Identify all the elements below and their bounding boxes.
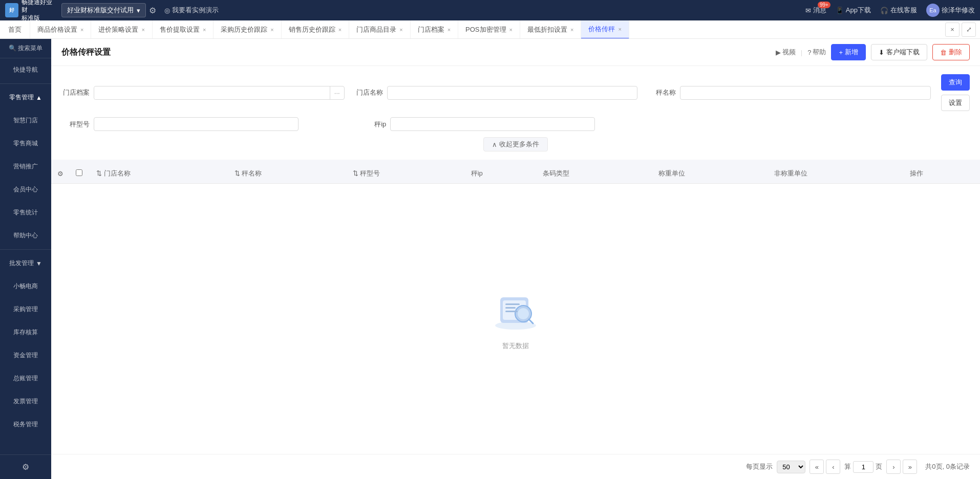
logo-area: 好 畅捷通好业财 标准版 [5,0,56,22]
store-archive-dots-button[interactable]: ··· [330,86,344,99]
sidebar-item-label: 零售管理 [9,93,34,102]
sidebar-item-finance[interactable]: 资金管理 [0,344,51,367]
store-archive-input[interactable] [94,86,330,99]
tab-price-extract[interactable]: 售价提取设置 × [153,20,214,39]
filter-scale-model: 秤型号 [61,117,348,131]
sidebar-item-help[interactable]: 帮助中心 [0,224,51,247]
add-button[interactable]: + 新增 [831,44,866,60]
delete-button[interactable]: 🗑 删除 [932,44,970,60]
col-label: 秤ip [471,169,483,177]
tab-home[interactable]: 首页 [0,20,30,39]
logo-text: 畅捷通好业财 标准版 [22,0,56,22]
tab-store-archive[interactable]: 门店档案 × [411,20,458,39]
topbar-settings-button[interactable]: ⚙ [149,6,156,15]
close-icon[interactable]: × [80,27,83,33]
sidebar-item-wholesale[interactable]: 批发管理 ▼ [0,252,51,275]
avatar-text: Ea [929,7,936,13]
demo-link[interactable]: ◎ 我要看实例演示 [164,6,219,15]
scale-ip-input[interactable] [390,117,595,131]
page-size-select[interactable]: 50 20 100 [777,461,805,473]
tab-price-scale[interactable]: 价格传秤 × [581,20,629,39]
close-icon[interactable]: × [448,27,451,33]
close-icon[interactable]: × [203,27,206,33]
tab-purchase-history[interactable]: 采购历史价跟踪 × [214,20,281,39]
scale-name-input[interactable] [680,86,931,100]
add-label: 新增 [845,48,858,57]
sidebar-item-quick-nav[interactable]: 快捷导航 [0,58,51,81]
page-number-input[interactable] [853,461,874,473]
version-selector[interactable]: 好业财标准版交付试用 ▾ [61,3,146,17]
sidebar-item-retail[interactable]: 零售管理 ▲ [0,86,51,109]
help-icon: ? [807,49,811,56]
sidebar-item-purchase[interactable]: 采购管理 [0,298,51,321]
message-button[interactable]: ✉ 消息 99+ [805,6,826,15]
data-table: ⚙ ⇅ 门店名称 ⇅ 秤名称 [51,164,980,184]
filter-area: 门店档案 ··· 门店名称 秤名称 [51,66,980,160]
last-page-button[interactable]: » [903,460,917,474]
app-download-icon: 📱 [836,7,844,14]
tab-store-catalog[interactable]: 门店商品目录 × [349,20,410,39]
svg-rect-6 [505,303,520,305]
col-scale-name: ⇅ 秤名称 [228,164,347,184]
sidebar-item-inventory[interactable]: 库存核算 [0,321,51,344]
close-icon[interactable]: × [141,27,144,33]
collapse-filter-button[interactable]: ∧ 收起更多条件 [483,137,548,151]
sidebar-item-smart-store[interactable]: 智慧门店 [0,109,51,132]
close-icon[interactable]: × [618,26,621,32]
col-scale-ip: 秤ip [465,164,537,184]
tab-label: POS加密管理 [465,25,506,34]
online-service-button[interactable]: 🎧 在线客服 [880,6,917,15]
sidebar-item-marketing[interactable]: 营销推广 [0,155,51,178]
sidebar-item-ecommerce[interactable]: 小畅电商 [0,275,51,298]
settings-filter-button[interactable]: 设置 [941,95,970,111]
sidebar-item-label: 采购管理 [13,306,38,313]
table-settings-icon[interactable]: ⚙ [57,170,63,178]
help-link[interactable]: ? 帮助 [807,48,826,57]
tab-pos-encrypt[interactable]: POS加密管理 × [458,20,520,39]
tab-label: 商品价格设置 [37,25,77,34]
sidebar-item-member[interactable]: 会员中心 [0,178,51,201]
download-button[interactable]: ⬇ 客户端下载 [871,44,927,60]
sidebar-settings-button[interactable]: ⚙ [0,454,51,479]
tab-label: 采购历史价跟踪 [221,25,267,34]
next-page-button[interactable]: › [886,460,901,474]
delete-icon: 🗑 [940,49,947,56]
scale-model-input[interactable] [94,117,299,131]
message-icon: ✉ [805,7,811,14]
empty-illustration [490,287,541,333]
close-icon[interactable]: × [570,27,573,33]
select-all-checkbox[interactable] [76,169,82,176]
store-archive-label: 门店档案 [61,88,90,97]
close-icon[interactable]: × [270,27,273,33]
sidebar-item-invoice[interactable]: 发票管理 [0,390,51,413]
close-icon[interactable]: × [399,27,402,33]
prev-page-button[interactable]: ‹ [826,460,840,474]
demo-text: 我要看实例演示 [172,6,219,15]
sidebar-divider [0,83,51,84]
query-label: 查询 [949,78,962,87]
app-name: 畅捷通好业财 [22,0,56,14]
tab-close-button[interactable]: × [945,23,960,37]
tab-purchase-strategy[interactable]: 进价策略设置 × [91,20,152,39]
tab-min-discount[interactable]: 最低折扣设置 × [520,20,581,39]
user-menu[interactable]: Ea 徐泽华修改 [926,4,975,17]
app-download-button[interactable]: 📱 App下载 [836,6,871,15]
sidebar-item-retail-mall[interactable]: 零售商城 [0,132,51,155]
store-name-input[interactable] [387,86,638,100]
first-page-button[interactable]: « [809,460,824,474]
empty-text: 暂无数据 [502,341,529,351]
sidebar-item-general-ledger[interactable]: 总账管理 [0,367,51,390]
video-link[interactable]: ▶ 视频 [776,48,796,57]
tab-product-price[interactable]: 商品价格设置 × [30,20,91,39]
tab-sales-history[interactable]: 销售历史价跟踪 × [282,20,349,39]
close-icon[interactable]: × [338,27,342,33]
page-title: 价格传秤设置 [61,47,111,58]
close-icon[interactable]: × [509,27,513,33]
tab-maximize-button[interactable]: ⤢ [962,23,976,37]
sidebar-item-retail-stats[interactable]: 零售统计 [0,201,51,224]
table-area: ⚙ ⇅ 门店名称 ⇅ 秤名称 [51,164,980,454]
filter-store-archive: 门店档案 ··· [61,86,345,100]
sidebar-search[interactable]: 🔍 搜索菜单 [0,39,51,58]
query-button[interactable]: 查询 [941,74,970,91]
sidebar-item-tax[interactable]: 税务管理 [0,413,51,436]
